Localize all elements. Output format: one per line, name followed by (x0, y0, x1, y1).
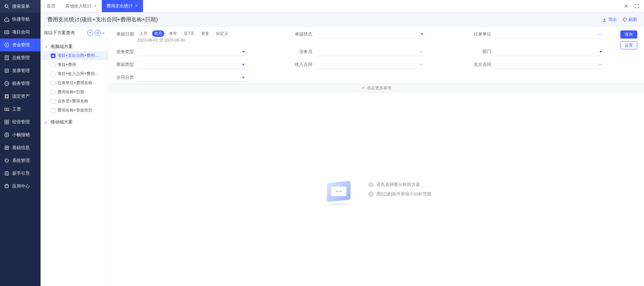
sidebar-item-9[interactable]: 经营管理 (0, 116, 41, 128)
billtype-select[interactable] (137, 61, 245, 69)
scheme-header-title: 按以下方案查询 (44, 30, 75, 36)
salesman-select[interactable] (316, 48, 424, 56)
sidebar-item-0[interactable]: 搜索菜单 (0, 0, 41, 13)
field-biztype: 业务类型 (115, 48, 280, 56)
expense-contract-select[interactable] (495, 61, 603, 69)
status-select[interactable] (316, 30, 424, 39)
search-icon (4, 4, 9, 9)
home-icon (4, 17, 9, 22)
svg-point-10 (6, 109, 7, 110)
sidebar-item-10[interactable]: 小畅报销 (0, 128, 41, 141)
svg-rect-11 (5, 120, 6, 122)
date-tab-2[interactable]: 本年 (167, 30, 179, 37)
sidebar-item-4[interactable]: 总账管理 (0, 51, 41, 64)
refresh-button[interactable]: 刷新 (622, 17, 637, 23)
tree-group-0[interactable]: ▾电脑端方案 (41, 42, 108, 51)
date-tab-1[interactable]: 本月 (152, 30, 164, 37)
sidebar-item-label: 新手引导 (12, 170, 30, 176)
sidebar-item-12[interactable]: 系统管理 (0, 154, 41, 167)
scheme-panel: 按以下方案查询 + « ▾电脑端方案◉项目+支出合同+费用...项目+费用项目+… (41, 27, 108, 286)
partner-select[interactable] (495, 30, 603, 39)
sidebar-item-8[interactable]: 工资 (0, 103, 41, 116)
sidebar: 搜索菜单快捷导航项目合同资金管理总账管理发票管理税务管理固定资产工资经营管理小畅… (0, 0, 41, 286)
svg-rect-4 (5, 69, 8, 72)
tree-item-label: 费用名称+日期 (57, 89, 84, 95)
svg-point-20 (97, 32, 98, 33)
tree-item-0-3[interactable]: 往来单位+费用名称 (41, 78, 108, 88)
tree-item-0-0[interactable]: ◉项目+支出合同+费用... (41, 51, 108, 60)
page-header: 费用支出统计(项目+支出合同+费用名称+日期) 导出 刷新 (41, 12, 644, 27)
date-tab-5[interactable]: 自定义 (214, 30, 230, 37)
sidebar-item-1[interactable]: 快捷导航 (0, 13, 41, 26)
system-icon (4, 158, 9, 163)
svg-rect-13 (5, 122, 6, 124)
sidebar-item-6[interactable]: 税务管理 (0, 77, 41, 90)
svg-rect-14 (7, 122, 9, 124)
svg-point-5 (6, 70, 7, 71)
sidebar-item-14[interactable]: 应用中心 (0, 180, 41, 193)
date-tab-4[interactable]: 更多 (199, 30, 211, 37)
empty-step-2: 2 用[过滤]条件来缩小分析范围 (368, 191, 431, 197)
tree-item-label: 费用名称+票据类型 (57, 108, 92, 113)
scheme-settings-button[interactable] (95, 30, 101, 36)
add-scheme-button[interactable]: + (87, 30, 93, 36)
settings-button[interactable]: 设置 (620, 41, 637, 49)
guide-icon (4, 171, 9, 176)
sidebar-item-5[interactable]: 发票管理 (0, 64, 41, 77)
manage-icon (4, 119, 9, 125)
target-icon: ◉ (51, 53, 55, 58)
tree-item-0-5[interactable]: 业务员+费用名称 (41, 97, 108, 106)
date-range-text: 2023-06-01 至 2023-06-30 (137, 38, 280, 43)
dept-select[interactable] (495, 48, 603, 56)
caret-icon: ▸ (45, 120, 49, 124)
tab-close-icon[interactable]: ✕ (135, 4, 138, 8)
tree-item-label: 项目+费用 (57, 62, 76, 68)
export-button[interactable]: 导出 (602, 17, 617, 23)
sidebar-item-label: 税务管理 (12, 80, 30, 87)
sidebar-item-3[interactable]: 资金管理 (0, 39, 41, 51)
sidebar-item-label: 经营管理 (12, 119, 30, 125)
query-button[interactable]: 查询 (620, 30, 637, 39)
sidebar-item-2[interactable]: 项目合同 (0, 26, 41, 39)
svg-rect-18 (5, 172, 8, 175)
sidebar-item-label: 总账管理 (12, 55, 30, 61)
svg-rect-12 (7, 120, 9, 122)
export-icon (602, 17, 607, 22)
tree-group-1[interactable]: ▸移动端方案 (41, 118, 108, 126)
tree-item-0-4[interactable]: 费用名称+日期 (41, 88, 108, 97)
income-contract-select[interactable] (316, 61, 424, 69)
sidebar-item-label: 项目合同 (12, 29, 30, 35)
empty-step-1: 1 请先选择要分析的方案 (368, 182, 431, 188)
svg-rect-1 (5, 31, 9, 34)
contract-cat-select[interactable] (137, 74, 245, 82)
sidebar-item-13[interactable]: 新手引导 (0, 167, 41, 180)
tabbar: 首页其他收入统计✕费用支出统计✕ (41, 0, 644, 12)
tab-label: 费用支出统计 (106, 3, 133, 9)
field-expense-contract: 支出合同 (472, 61, 637, 69)
tab-close-icon[interactable]: ✕ (94, 4, 97, 8)
date-tab-3[interactable]: 近7天 (182, 30, 196, 37)
tree-item-0-1[interactable]: 项目+费用 (41, 60, 108, 69)
fullscreen-icon[interactable] (633, 2, 641, 10)
sidebar-item-7[interactable]: 固定资产 (0, 90, 41, 103)
tree-item-label: 项目+支出合同+费用... (57, 53, 98, 58)
tree-item-0-2[interactable]: 项目+收入合同+费用... (41, 69, 108, 78)
tree-item-0-6[interactable]: 费用名称+票据类型 (41, 106, 108, 115)
close-tab-icon[interactable] (622, 2, 630, 10)
sidebar-item-11[interactable]: 基础信息 (0, 141, 41, 154)
collapse-filters-bar[interactable]: 收起更多条件 (108, 83, 644, 93)
collapse-panel-button[interactable]: « (102, 30, 104, 35)
date-tab-0[interactable]: 上月 (137, 30, 149, 37)
apps-icon (4, 184, 9, 189)
tab-1[interactable]: 其他收入统计✕ (61, 0, 102, 12)
gear-icon (96, 31, 99, 34)
tab-0[interactable]: 首页 (42, 0, 61, 12)
wallet-icon (4, 42, 9, 48)
sidebar-item-label: 发票管理 (12, 68, 30, 74)
field-income-contract: 收入合同 (293, 61, 458, 69)
biztype-select[interactable] (137, 48, 245, 56)
page-title: 费用支出统计(项目+支出合同+费用名称+日期) (47, 16, 158, 23)
tab-label: 首页 (47, 3, 55, 9)
scan-icon (51, 81, 55, 86)
tab-2[interactable]: 费用支出统计✕ (102, 0, 143, 12)
